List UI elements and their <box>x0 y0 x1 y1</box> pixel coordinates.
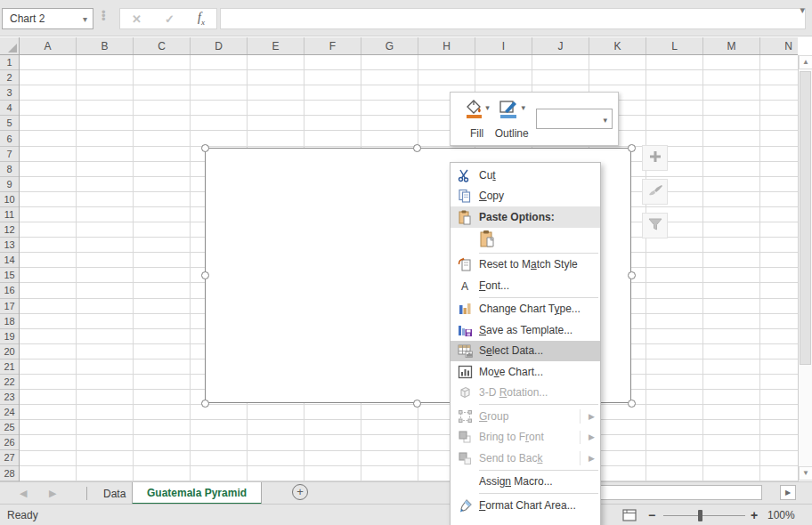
row-header-13[interactable]: 13 <box>0 238 19 253</box>
menu-item-change-chart-type[interactable]: Change Chart Type... <box>451 299 600 320</box>
font-icon: A <box>451 279 479 293</box>
vertical-scroll-thumb[interactable] <box>800 71 811 365</box>
submenu-separator <box>580 451 581 465</box>
column-header-A[interactable]: A <box>20 37 77 54</box>
outline-dropdown-icon[interactable]: ▾ <box>521 103 525 112</box>
row-header-24[interactable]: 24 <box>0 405 19 420</box>
save-template-icon <box>451 323 479 337</box>
menu-item-assign-macro[interactable]: Assign Macro... <box>451 472 600 493</box>
column-header-E[interactable]: E <box>248 37 304 54</box>
fill-button[interactable]: ▾ Fill <box>459 98 494 141</box>
row-header-1[interactable]: 1 <box>0 55 19 70</box>
row-header-5[interactable]: 5 <box>0 116 19 131</box>
formula-bar-input[interactable] <box>220 8 806 29</box>
chart-resize-handle[interactable] <box>413 144 421 152</box>
row-header-16[interactable]: 16 <box>0 283 19 298</box>
tab-scroll-left-icon[interactable]: ◀ <box>20 488 27 499</box>
zoom-slider-track[interactable] <box>663 515 745 516</box>
row-header-12[interactable]: 12 <box>0 222 19 238</box>
column-header-C[interactable]: C <box>134 37 191 54</box>
menu-item-paste-options[interactable]: Paste Options: <box>451 206 600 228</box>
chart-styles-button[interactable] <box>642 179 668 205</box>
submenu-arrow-icon: ▶ <box>589 432 595 441</box>
chart-resize-handle[interactable] <box>201 400 209 408</box>
scroll-right-icon[interactable]: ▶ <box>780 485 796 500</box>
column-header-K[interactable]: K <box>589 37 646 54</box>
row-header-26[interactable]: 26 <box>0 435 19 450</box>
row-header-8[interactable]: 8 <box>0 162 19 177</box>
column-header-M[interactable]: M <box>703 37 760 54</box>
row-header-20[interactable]: 20 <box>0 344 19 359</box>
sheet-tab-guatemala-pyramid[interactable]: Guatemala Pyramid <box>132 482 262 505</box>
menu-item-font[interactable]: AFont... <box>451 275 600 296</box>
row-header-25[interactable]: 25 <box>0 420 19 435</box>
row-header-6[interactable]: 6 <box>0 131 19 146</box>
row-header-9[interactable]: 9 <box>0 177 19 192</box>
row-header-27[interactable]: 27 <box>0 450 19 465</box>
menu-item-save-as-template[interactable]: Save as Template... <box>451 319 600 341</box>
column-header-J[interactable]: J <box>532 37 589 54</box>
zoom-slider-thumb[interactable] <box>698 510 702 521</box>
combo-dropdown-icon[interactable]: ▾ <box>603 116 607 125</box>
row-header-28[interactable]: 28 <box>0 466 19 481</box>
enter-icon[interactable]: ✓ <box>165 12 175 26</box>
fill-dropdown-icon[interactable]: ▾ <box>485 103 490 112</box>
chart-filters-button[interactable] <box>642 213 668 238</box>
column-header-B[interactable]: B <box>77 37 134 54</box>
column-header-I[interactable]: I <box>475 37 532 54</box>
row-header-17[interactable]: 17 <box>0 299 19 314</box>
row-header-23[interactable]: 23 <box>0 390 19 405</box>
column-header-H[interactable]: H <box>418 37 475 54</box>
chart-elements-button[interactable] <box>642 145 668 171</box>
menu-item-paste-option-default[interactable] <box>451 228 600 252</box>
column-header-L[interactable]: L <box>646 37 703 54</box>
zoom-out-button[interactable]: − <box>648 508 655 522</box>
insert-function-icon[interactable]: fx <box>198 11 205 27</box>
name-box-dropdown-icon[interactable]: ▾ <box>83 14 87 24</box>
chart-resize-handle[interactable] <box>201 144 209 152</box>
scroll-up-icon[interactable]: ▲ <box>799 55 812 69</box>
menu-item-cut[interactable]: Cut <box>451 165 600 186</box>
row-header-18[interactable]: 18 <box>0 314 19 329</box>
menu-item-copy[interactable]: Copy <box>451 186 600 207</box>
select-all-corner[interactable] <box>0 37 20 55</box>
menu-item-move-chart[interactable]: Move Chart... <box>451 361 600 383</box>
row-header-2[interactable]: 2 <box>0 70 19 85</box>
column-header-G[interactable]: G <box>361 37 418 54</box>
chart-resize-handle[interactable] <box>628 144 636 152</box>
chart-resize-handle[interactable] <box>628 271 636 279</box>
menu-item-select-data[interactable]: Select Data... <box>451 341 600 362</box>
row-header-10[interactable]: 10 <box>0 192 19 207</box>
row-header-14[interactable]: 14 <box>0 253 19 268</box>
row-header-19[interactable]: 19 <box>0 329 19 344</box>
chart-resize-handle[interactable] <box>628 400 636 408</box>
column-header-N[interactable]: N <box>760 37 798 54</box>
row-header-21[interactable]: 21 <box>0 359 19 375</box>
column-header-D[interactable]: D <box>191 37 248 54</box>
row-header-7[interactable]: 7 <box>0 147 19 162</box>
row-header-3[interactable]: 3 <box>0 85 19 101</box>
menu-item-reset-to-match-style[interactable]: Reset to Match Style <box>451 254 600 276</box>
submenu-separator <box>580 431 581 445</box>
outline-button[interactable]: ▾ Outline <box>494 98 529 141</box>
expand-formula-bar-icon[interactable]: ▾ <box>800 4 805 16</box>
row-header-22[interactable]: 22 <box>0 375 19 390</box>
zoom-level[interactable]: 100% <box>767 509 795 521</box>
cancel-icon[interactable]: ✕ <box>132 12 142 26</box>
name-box[interactable]: Chart 2 ▾ <box>2 8 93 29</box>
column-header-F[interactable]: F <box>304 37 361 54</box>
tab-scroll-right-icon[interactable]: ▶ <box>49 488 56 499</box>
vertical-scrollbar[interactable]: ▲ ▼ <box>798 55 812 481</box>
row-header-15[interactable]: 15 <box>0 268 19 283</box>
new-sheet-button[interactable]: + <box>292 484 308 500</box>
chart-resize-handle[interactable] <box>413 400 421 408</box>
chart-resize-handle[interactable] <box>201 271 209 279</box>
page-layout-view-icon[interactable] <box>620 508 639 522</box>
scroll-down-icon[interactable]: ▼ <box>799 466 812 481</box>
mini-toolbar-combo[interactable]: ▾ <box>536 109 613 129</box>
menu-item-label: Send to Back <box>479 452 542 464</box>
menu-item-format-chart-area[interactable]: Format Chart Area... <box>451 495 600 516</box>
row-header-4[interactable]: 4 <box>0 101 19 116</box>
row-header-11[interactable]: 11 <box>0 207 19 222</box>
zoom-in-button[interactable]: + <box>751 508 758 522</box>
